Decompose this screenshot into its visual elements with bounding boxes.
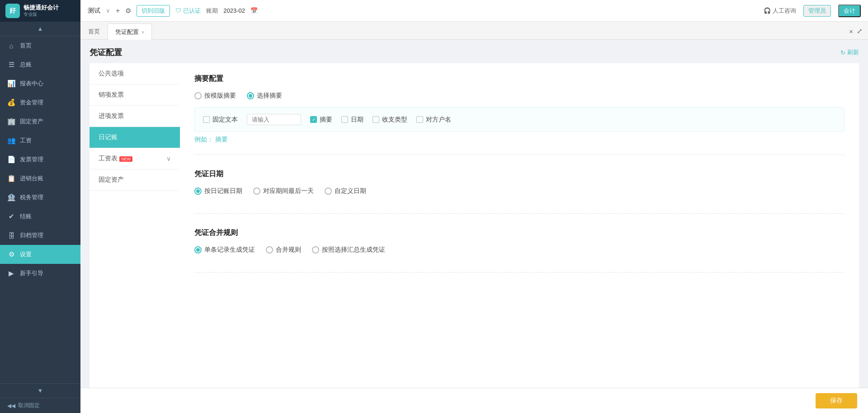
refresh-label: 刷新 — [847, 48, 859, 56]
bottom-bar: 保存 — [80, 388, 868, 413]
settings-btn[interactable]: ⚙ — [125, 7, 131, 15]
sidebar-item-label: 税务管理 — [20, 193, 43, 202]
example-prefix: 例如： — [194, 136, 213, 143]
refresh-icon: ↻ — [840, 49, 845, 56]
checkbox-date[interactable]: 日期 — [341, 116, 363, 124]
summary-label: 摘要 — [320, 116, 332, 124]
sidebar-item-label: 总账 — [20, 61, 32, 69]
add-company-btn[interactable]: + — [116, 7, 120, 15]
sidebar-item-invoice[interactable]: 📄 发票管理 — [0, 150, 80, 169]
example-value: 摘要 — [215, 136, 228, 143]
headset-icon: 🎧 — [764, 7, 771, 14]
cancel-pin-label: 取消固定 — [18, 402, 40, 409]
sidebar-item-guide[interactable]: ▶ 新手引导 — [0, 264, 80, 283]
role-btn[interactable]: 会计 — [838, 5, 861, 17]
sidebar-nav: ⌂ 首页 ☰ 总账 📊 报表中心 💰 资金管理 🏢 固定资产 👥 工资 📄 发票… — [0, 36, 80, 383]
period-value: 2023-02 — [223, 7, 245, 14]
summary-checkbox[interactable]: ✓ — [310, 116, 317, 123]
checkbox-income-type[interactable]: 收支类型 — [373, 116, 407, 124]
tab-home-label: 首页 — [88, 28, 100, 36]
radio-period-circle — [253, 188, 260, 195]
home-icon: ⌂ — [7, 42, 15, 50]
checkbox-fixed-text[interactable]: 固定文本 — [203, 116, 238, 124]
sidebar-item-funds[interactable]: 💰 资金管理 — [0, 93, 80, 112]
archive-icon: 🗄 — [7, 231, 15, 239]
tab-close-btn[interactable]: × — [142, 29, 144, 35]
radio-journal-date[interactable]: 按日记账日期 — [194, 187, 242, 195]
sidebar-item-close[interactable]: ✔ 结账 — [0, 207, 80, 226]
tax-icon: 🏦 — [7, 193, 15, 202]
sidebar-item-assets[interactable]: 🏢 固定资产 — [0, 112, 80, 131]
invoice-icon: 📄 — [7, 155, 15, 164]
sidebar-item-settings[interactable]: ⚙ 设置 — [0, 245, 80, 264]
left-nav-fixed-assets[interactable]: 固定资产 — [90, 169, 180, 191]
fixed-text-input[interactable] — [247, 114, 301, 125]
radio-summary-circle — [312, 246, 319, 253]
funds-icon: 💰 — [7, 99, 15, 107]
date-radio-group: 按日记账日期 对应期间最后一天 自定义日期 — [194, 187, 844, 195]
radio-merge-rule[interactable]: 合并规则 — [266, 246, 301, 254]
left-nav-public[interactable]: 公共选项 — [90, 63, 180, 84]
counterparty-checkbox[interactable] — [416, 116, 423, 123]
checkbox-summary[interactable]: ✓ 摘要 — [310, 116, 332, 124]
left-nav: 公共选项 销项发票 进项发票 日记账 工资表NEW ∨ 固定资产 — [90, 63, 180, 413]
radio-custom-date[interactable]: 自定义日期 — [325, 187, 366, 195]
scroll-down-btn[interactable]: ▼ — [36, 385, 45, 396]
admin-btn[interactable]: 管理员 — [803, 5, 831, 17]
income-type-label: 收支类型 — [382, 116, 407, 124]
summary-radio-group: 按模版摘要 选择摘要 — [194, 92, 844, 100]
switch-old-btn[interactable]: 切到旧版 — [137, 5, 170, 17]
date-checkbox[interactable] — [341, 116, 348, 123]
content-area: 公共选项 销项发票 进项发票 日记账 工资表NEW ∨ 固定资产 摘要配置 按模… — [80, 63, 868, 413]
checkbox-counterparty[interactable]: 对方户名 — [416, 116, 451, 124]
sidebar-item-label: 资金管理 — [20, 99, 43, 107]
refresh-btn[interactable]: ↻ 刷新 — [840, 48, 859, 56]
radio-summary-generate[interactable]: 按照选择汇总生成凭证 — [312, 246, 385, 254]
radio-custom-circle — [325, 188, 332, 195]
logo-icon: 好 — [5, 4, 20, 18]
left-nav-purchase-invoice[interactable]: 进项发票 — [90, 106, 180, 127]
logo-text: 畅捷通好会计 — [24, 4, 59, 11]
sidebar-item-label: 发票管理 — [20, 155, 43, 164]
tab-voucher-config[interactable]: 凭证配置 × — [108, 23, 152, 40]
sidebar-item-ledger[interactable]: ☰ 总账 — [0, 55, 80, 74]
radio-journal-label: 按日记账日期 — [204, 187, 242, 195]
radio-period-last[interactable]: 对应期间最后一天 — [253, 187, 314, 195]
sidebar-item-tax[interactable]: 🏦 税务管理 — [0, 188, 80, 207]
radio-template-label: 按模版摘要 — [204, 92, 236, 100]
tabs-bar: 首页 凭证配置 × × ⤢ — [80, 22, 868, 40]
sales-icon: 📋 — [7, 174, 15, 183]
sidebar-item-salary[interactable]: 👥 工资 — [0, 131, 80, 150]
radio-single-label: 单条记录生成凭证 — [204, 246, 255, 254]
income-type-checkbox[interactable] — [373, 116, 379, 123]
radio-template-summary[interactable]: 按模版摘要 — [194, 92, 236, 100]
section-summary-config: 摘要配置 按模版摘要 选择摘要 固定文本 — [194, 74, 844, 155]
calendar-icon[interactable]: 📅 — [250, 7, 258, 14]
sidebar-item-archive[interactable]: 🗄 归档管理 — [0, 226, 80, 245]
scroll-up-btn[interactable]: ▲ — [36, 23, 45, 34]
sidebar-item-sales[interactable]: 📋 进销台账 — [0, 169, 80, 188]
service-btn[interactable]: 🎧 人工咨询 — [764, 7, 796, 15]
sidebar-item-home[interactable]: ⌂ 首页 — [0, 36, 80, 55]
left-nav-diary[interactable]: 日记账 — [90, 127, 180, 148]
sidebar-item-label: 新手引导 — [20, 269, 43, 277]
date-label: 日期 — [351, 116, 363, 124]
close-panel-btn[interactable]: × — [849, 28, 853, 35]
tab-home[interactable]: 首页 — [80, 23, 108, 39]
radio-merge-label: 合并规则 — [276, 246, 301, 254]
fixed-text-checkbox[interactable] — [203, 116, 210, 123]
radio-single-circle — [194, 246, 202, 253]
sidebar-item-reports[interactable]: 📊 报表中心 — [0, 74, 80, 93]
sidebar-item-label: 进销台账 — [20, 174, 43, 183]
cancel-pin-btn[interactable]: ◀◀ 取消固定 — [0, 398, 80, 413]
radio-select-summary[interactable]: 选择摘要 — [247, 92, 282, 100]
radio-journal-circle — [194, 188, 202, 195]
reports-icon: 📊 — [7, 80, 15, 88]
top-bar-right: 🎧 人工咨询 管理员 会计 — [764, 5, 861, 17]
radio-single-record[interactable]: 单条记录生成凭证 — [194, 246, 255, 254]
left-nav-salary[interactable]: 工资表NEW ∨ — [90, 148, 180, 169]
left-nav-sales-invoice[interactable]: 销项发票 — [90, 84, 180, 106]
company-chevron-icon[interactable]: ∨ — [106, 7, 110, 14]
save-btn[interactable]: 保存 — [816, 393, 857, 408]
expand-btn[interactable]: ⤢ — [857, 27, 863, 35]
